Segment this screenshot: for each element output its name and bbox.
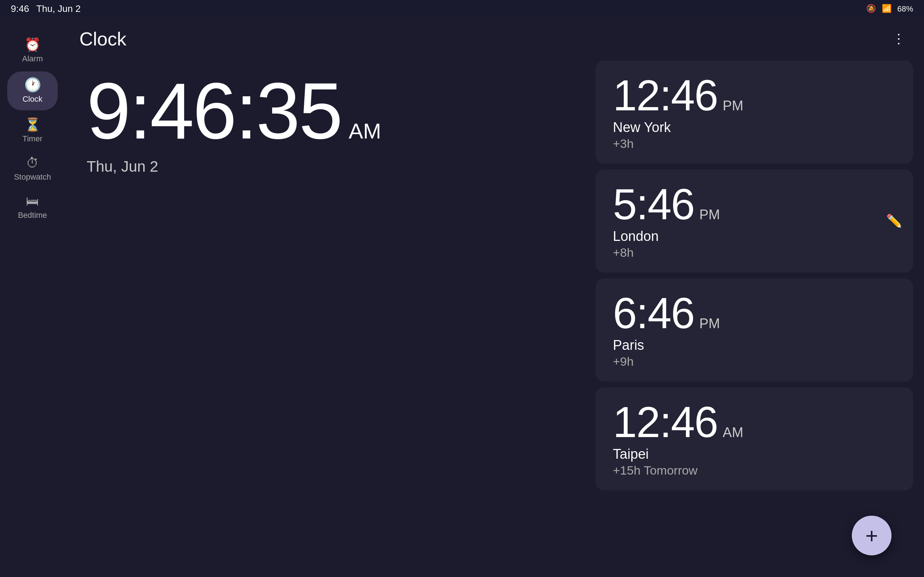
- add-clock-fab[interactable]: +: [852, 516, 892, 555]
- clock-card-time-new-york: 12:46 PM: [613, 74, 896, 117]
- sidebar-label-clock: Clock: [23, 95, 42, 104]
- clock-card-new-york: 12:46 PM New York +3h: [596, 61, 913, 164]
- clock-ampm-paris: PM: [699, 316, 720, 331]
- sidebar-item-alarm[interactable]: ⏰ Alarm: [0, 32, 65, 70]
- sidebar-item-timer[interactable]: ⏳ Timer: [0, 112, 65, 150]
- clock-ampm-taipei: AM: [723, 425, 743, 440]
- header: Clock ⋮: [65, 17, 924, 57]
- more-options-icon: ⋮: [892, 31, 905, 47]
- sidebar-item-clock[interactable]: 🕐 Clock: [7, 71, 58, 110]
- bedtime-icon: 🛏: [26, 195, 39, 208]
- clock-card-london: 5:46 PM London +8h ✏️: [596, 169, 913, 272]
- clock-card-time-paris: 6:46 PM: [613, 292, 896, 335]
- sidebar-item-bedtime[interactable]: 🛏 Bedtime: [0, 188, 65, 226]
- sidebar-item-stopwatch[interactable]: ⏱ Stopwatch: [0, 150, 65, 188]
- clock-diff-london: +8h: [613, 246, 896, 259]
- status-time: 9:46: [11, 3, 29, 15]
- sidebar-label-bedtime: Bedtime: [18, 211, 47, 220]
- world-clocks-section: 12:46 PM New York +3h 5:46 PM London +8h…: [592, 57, 924, 577]
- local-time-display: 9:46:35 AM: [87, 71, 570, 151]
- clock-city-paris: Paris: [613, 338, 896, 353]
- clock-diff-new-york: +3h: [613, 137, 896, 151]
- clock-card-taipei: 12:46 AM Taipei +15h Tomorrow: [596, 387, 913, 490]
- status-date: Thu, Jun 2: [36, 3, 81, 15]
- clock-city-london: London: [613, 229, 896, 244]
- alarm-icon: ⏰: [24, 38, 41, 51]
- sidebar-label-alarm: Alarm: [22, 54, 43, 63]
- more-options-button[interactable]: ⋮: [888, 28, 909, 50]
- edit-clock-icon[interactable]: ✏️: [886, 213, 902, 229]
- stopwatch-icon: ⏱: [26, 156, 39, 169]
- clock-diff-paris: +9h: [613, 355, 896, 369]
- clock-card-time-taipei: 12:46 AM: [613, 400, 896, 443]
- clock-diff-taipei: +15h Tomorrow: [613, 463, 896, 477]
- local-time-value: 9:46:35: [87, 71, 341, 151]
- sidebar-label-stopwatch: Stopwatch: [14, 172, 51, 182]
- clock-ampm-london: PM: [699, 207, 720, 222]
- status-bar: 9:46 Thu, Jun 2 🔕 📶 68%: [0, 0, 924, 17]
- clock-time-paris: 6:46: [613, 292, 695, 335]
- local-time-ampm: AM: [349, 119, 381, 143]
- app-container: ⏰ Alarm 🕐 Clock ⏳ Timer ⏱ Stopwatch 🛏 Be…: [0, 17, 924, 577]
- clock-time-taipei: 12:46: [613, 400, 717, 443]
- mute-icon: 🔕: [866, 4, 876, 13]
- sidebar: ⏰ Alarm 🕐 Clock ⏳ Timer ⏱ Stopwatch 🛏 Be…: [0, 17, 65, 577]
- main-content: Clock ⋮ 9:46:35 AM Thu, Jun 2 12:46: [65, 17, 924, 577]
- clock-time-london: 5:46: [613, 182, 695, 226]
- status-bar-left: 9:46 Thu, Jun 2: [11, 3, 81, 15]
- page-title: Clock: [79, 28, 126, 50]
- clock-card-time-london: 5:46 PM: [613, 182, 896, 226]
- battery-icon: 68%: [897, 3, 913, 14]
- timer-icon: ⏳: [24, 118, 41, 131]
- content-area: 9:46:35 AM Thu, Jun 2 12:46 PM New York …: [65, 57, 924, 577]
- clock-card-paris: 6:46 PM Paris +9h: [596, 279, 913, 382]
- add-icon: +: [865, 523, 878, 548]
- sidebar-label-timer: Timer: [23, 134, 42, 143]
- clock-time-new-york: 12:46: [613, 74, 717, 117]
- status-bar-right: 🔕 📶 68%: [866, 3, 913, 14]
- local-time-section: 9:46:35 AM Thu, Jun 2: [65, 57, 592, 577]
- local-date: Thu, Jun 2: [87, 158, 570, 175]
- clock-city-new-york: New York: [613, 120, 896, 135]
- clock-city-taipei: Taipei: [613, 446, 896, 462]
- wifi-icon: 📶: [882, 4, 892, 13]
- clock-ampm-new-york: PM: [723, 98, 743, 114]
- clock-icon: 🕐: [24, 78, 41, 92]
